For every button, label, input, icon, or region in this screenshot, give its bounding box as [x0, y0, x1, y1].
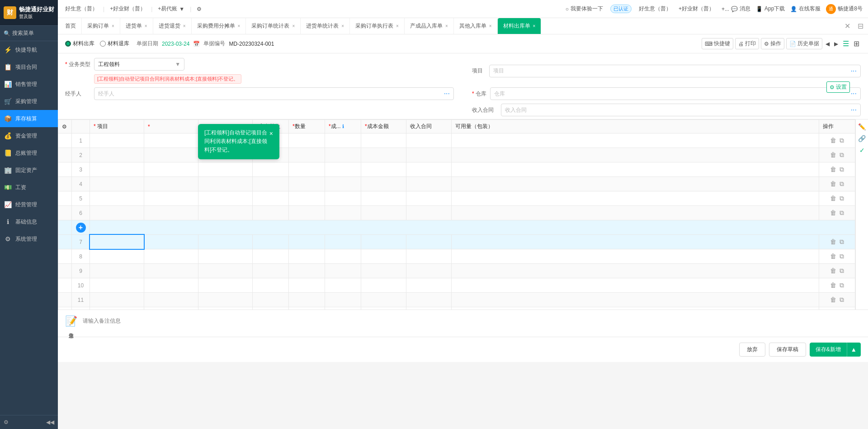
delete-row-btn[interactable]: 🗑	[830, 267, 836, 274]
cell-cost-price[interactable]	[325, 148, 361, 162]
nav-good-biz2[interactable]: 好生意（普）	[637, 5, 673, 13]
sidebar-item-salary[interactable]: 💵 工资	[0, 179, 58, 196]
cell-available[interactable]	[452, 162, 819, 177]
cell-project[interactable]	[90, 249, 144, 264]
cell-quantity[interactable]	[289, 249, 325, 264]
cell-cost-price[interactable]	[325, 206, 361, 220]
cell-col4[interactable]	[198, 191, 253, 206]
cell-col4[interactable]	[198, 293, 253, 307]
delete-row-btn[interactable]: 🗑	[830, 238, 836, 245]
nav-easy-account[interactable]: +易代账 ▼	[156, 5, 186, 13]
cell-project[interactable]	[90, 235, 144, 249]
btn-operations[interactable]: ⚙ 操作	[761, 38, 784, 49]
delete-row-btn[interactable]: 🗑	[830, 296, 836, 303]
cell-col3[interactable]	[144, 148, 198, 162]
cell-cost-amount[interactable]	[361, 133, 406, 148]
income-contract-input[interactable]: 收入合同 ···	[501, 104, 861, 116]
sidebar-edit-icon[interactable]: ✏️	[857, 121, 868, 132]
tab-close-icon[interactable]: ×	[396, 24, 399, 29]
btn-save-new-arrow[interactable]: ▲	[847, 343, 861, 357]
tab-purchase-stat[interactable]: 采购订单统计表 ×	[246, 18, 301, 34]
cell-project[interactable]	[90, 293, 144, 307]
cell-cost-amount[interactable]	[361, 293, 406, 307]
sidebar-item-sales[interactable]: 📊 销售管理	[0, 76, 58, 93]
cell-col4[interactable]	[198, 177, 253, 191]
cell-cost-price[interactable]	[325, 264, 361, 278]
delete-row-btn[interactable]: 🗑	[830, 137, 836, 144]
sidebar-item-assets[interactable]: 🏢 固定资产	[0, 162, 58, 179]
cell-available[interactable]	[452, 249, 819, 264]
delete-row-btn[interactable]: 🗑	[830, 209, 836, 216]
cell-col3[interactable]	[144, 249, 198, 264]
nav-good-business[interactable]: 好生意（普）	[63, 5, 99, 13]
cell-col4[interactable]	[198, 264, 253, 278]
copy-row-btn[interactable]: ⧉	[840, 267, 844, 274]
cell-project[interactable]	[90, 162, 144, 177]
delete-row-btn[interactable]: 🗑	[830, 151, 836, 158]
project-input[interactable]: 项目 ···	[489, 65, 861, 77]
cell-available[interactable]	[452, 307, 819, 310]
copy-row-btn[interactable]: ⧉	[840, 166, 844, 173]
cell-cost-amount[interactable]	[361, 249, 406, 264]
cell-cost-price[interactable]	[325, 293, 361, 307]
cell-available[interactable]	[452, 177, 819, 191]
cell-col4[interactable]	[198, 235, 253, 249]
tab-close-icon[interactable]: ×	[238, 24, 241, 29]
btn-discard[interactable]: 放弃	[739, 343, 765, 357]
sidebar-item-basic-info[interactable]: ℹ 基础信息	[0, 213, 58, 230]
cell-unit[interactable]	[253, 162, 289, 177]
cell-available[interactable]	[452, 264, 819, 278]
btn-shortcut-key[interactable]: ⌨ 快捷键	[702, 38, 733, 49]
cell-cost-price[interactable]	[325, 177, 361, 191]
sidebar-item-inventory[interactable]: 📦 库存核算	[0, 110, 58, 127]
sidebar-check-icon[interactable]: ✓	[857, 145, 868, 156]
window-close-btn[interactable]: ✕	[842, 22, 853, 30]
handler-input[interactable]: 经手人 ···	[94, 87, 454, 100]
cell-cost-amount[interactable]	[361, 162, 406, 177]
cell-quantity[interactable]	[289, 191, 325, 206]
cell-cost-amount[interactable]	[361, 206, 406, 220]
copy-row-btn[interactable]: ⧉	[840, 238, 844, 245]
cell-cost-price[interactable]	[325, 133, 361, 148]
cell-available[interactable]	[452, 191, 819, 206]
cell-unit[interactable]	[253, 235, 289, 249]
cell-cost-amount[interactable]	[361, 191, 406, 206]
warehouse-input[interactable]: 仓库 ···	[490, 87, 861, 100]
cell-cost-amount[interactable]	[361, 148, 406, 162]
tab-purchase-order[interactable]: 采购订单 ×	[82, 18, 120, 34]
cell-col3[interactable]	[144, 307, 198, 310]
cell-contract[interactable]	[406, 162, 452, 177]
sidebar-item-purchase[interactable]: 🛒 采购管理	[0, 93, 58, 110]
calendar-icon[interactable]: 📅	[193, 41, 200, 47]
cell-cost-price[interactable]	[325, 191, 361, 206]
cell-contract[interactable]	[406, 133, 452, 148]
nav-next-icon[interactable]: ▶	[833, 41, 840, 47]
btn-save-draft[interactable]: 保存草稿	[769, 343, 806, 357]
cell-quantity[interactable]	[289, 133, 325, 148]
collapse-icon[interactable]: ◀◀	[46, 419, 54, 425]
cell-cost-amount[interactable]	[361, 307, 406, 310]
delete-row-btn[interactable]: 🗑	[830, 195, 836, 202]
cell-unit[interactable]	[253, 191, 289, 206]
tab-home[interactable]: 首页	[60, 18, 82, 34]
cell-quantity[interactable]	[289, 206, 325, 220]
cell-cost-amount[interactable]	[361, 235, 406, 249]
cell-col3[interactable]	[144, 293, 198, 307]
sidebar-item-ledger[interactable]: 📒 总账管理	[0, 144, 58, 162]
nav-more[interactable]: +...	[720, 6, 731, 12]
tab-inbound-stat[interactable]: 进货单统计表 ×	[301, 18, 350, 34]
nav-certified[interactable]: 已认证	[609, 5, 633, 13]
cell-col3[interactable]	[144, 235, 198, 249]
cell-col3[interactable]	[144, 177, 198, 191]
nav-good-finance[interactable]: +好业财（普）	[108, 5, 147, 13]
tab-material-outbound[interactable]: 材料出库单 ×	[498, 18, 542, 34]
cell-cost-amount[interactable]	[361, 278, 406, 293]
cell-cost-price[interactable]	[325, 307, 361, 310]
nav-app-download[interactable]: 📱 App下载	[756, 5, 785, 13]
cell-cost-price[interactable]	[325, 235, 361, 249]
delete-row-btn[interactable]: 🗑	[830, 166, 836, 173]
nav-online-service[interactable]: 👤 在线客服	[790, 5, 821, 13]
radio-out-input[interactable]	[65, 41, 71, 47]
cell-contract[interactable]	[406, 249, 452, 264]
cell-col4[interactable]	[198, 278, 253, 293]
